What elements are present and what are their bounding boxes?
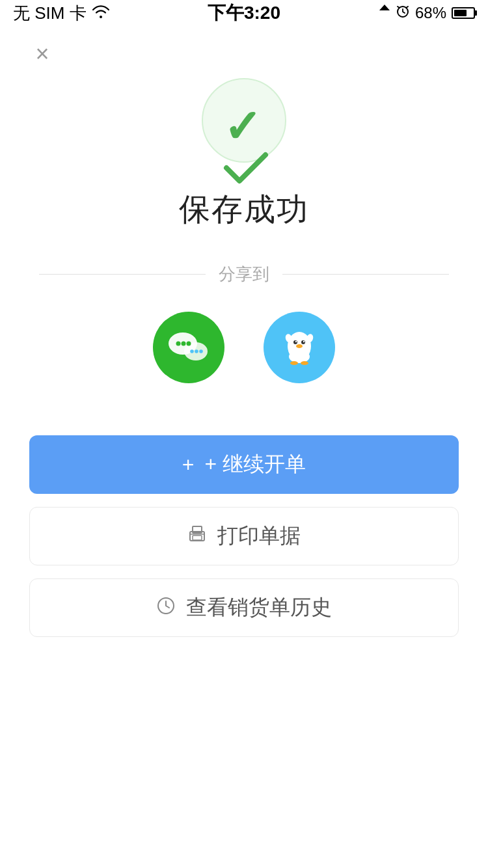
close-icon: × bbox=[35, 42, 49, 66]
checkmark-icon bbox=[223, 104, 265, 137]
status-time: 下午3:20 bbox=[208, 1, 280, 25]
wechat-icon bbox=[166, 328, 211, 367]
svg-point-17 bbox=[290, 361, 298, 365]
success-title: 保存成功 bbox=[179, 189, 309, 230]
svg-point-10 bbox=[291, 334, 307, 353]
svg-point-16 bbox=[289, 350, 310, 363]
share-label: 分享到 bbox=[219, 263, 269, 286]
svg-point-13 bbox=[295, 340, 297, 342]
svg-point-11 bbox=[293, 340, 297, 344]
wechat-share-button[interactable] bbox=[153, 312, 224, 383]
alarm-icon bbox=[396, 4, 410, 22]
divider-row: 分享到 bbox=[0, 263, 488, 286]
svg-point-5 bbox=[187, 342, 191, 346]
svg-point-18 bbox=[301, 361, 308, 365]
action-buttons: + + 继续开单 打印单据 查看销货单历 bbox=[0, 435, 488, 637]
svg-point-7 bbox=[195, 349, 198, 353]
close-button[interactable]: × bbox=[26, 38, 59, 70]
continue-button[interactable]: + + 继续开单 bbox=[29, 435, 459, 494]
success-icon-container bbox=[202, 78, 286, 163]
print-label: 打印单据 bbox=[217, 522, 301, 550]
qq-icon bbox=[280, 327, 319, 369]
location-icon bbox=[379, 4, 390, 22]
wifi-icon bbox=[92, 4, 110, 22]
plus-icon: + bbox=[182, 453, 195, 477]
svg-point-12 bbox=[301, 340, 305, 344]
sim-status: 无 SIM 卡 bbox=[13, 2, 87, 25]
history-icon bbox=[156, 596, 176, 620]
status-bar: 无 SIM 卡 下午3:20 68% bbox=[0, 0, 488, 26]
print-button[interactable]: 打印单据 bbox=[29, 507, 459, 565]
divider-left bbox=[39, 274, 206, 275]
status-right: 68% bbox=[379, 4, 475, 22]
svg-point-14 bbox=[303, 340, 305, 342]
svg-point-3 bbox=[176, 342, 181, 346]
history-button[interactable]: 查看销货单历史 bbox=[29, 578, 459, 637]
svg-rect-23 bbox=[193, 536, 202, 540]
history-label: 查看销货单历史 bbox=[186, 593, 332, 622]
svg-point-4 bbox=[182, 342, 186, 346]
continue-label: + 继续开单 bbox=[205, 450, 306, 479]
status-left: 无 SIM 卡 bbox=[13, 2, 110, 25]
share-icons bbox=[153, 312, 335, 383]
battery-percent: 68% bbox=[415, 4, 446, 22]
battery-icon bbox=[452, 7, 475, 19]
divider-right bbox=[282, 274, 449, 275]
qq-share-button[interactable] bbox=[264, 312, 335, 383]
svg-point-6 bbox=[190, 349, 194, 353]
svg-point-15 bbox=[296, 344, 303, 348]
share-section: 分享到 bbox=[0, 263, 488, 383]
print-icon bbox=[187, 525, 207, 548]
svg-point-8 bbox=[199, 349, 203, 353]
main-content: 保存成功 分享到 bbox=[0, 26, 488, 637]
